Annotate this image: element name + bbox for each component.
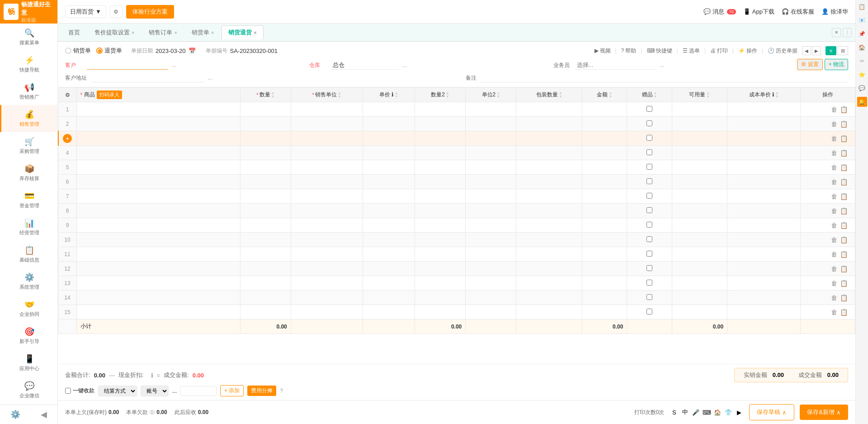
th-settings[interactable]: ⚙ bbox=[58, 88, 76, 102]
close-all-tabs-btn[interactable]: ✕ bbox=[832, 28, 841, 37]
tab-sales-delivery-close[interactable]: × bbox=[211, 30, 214, 35]
amount-input[interactable] bbox=[180, 386, 217, 396]
amount-cell[interactable] bbox=[582, 102, 627, 117]
sidebar-item-finance[interactable]: 💳 资金管理 bbox=[0, 186, 57, 214]
copy-row-btn[interactable]: 📋 bbox=[840, 222, 848, 229]
user-profile-btn[interactable]: 👤 徐泽华 bbox=[821, 8, 848, 16]
scan-badge-btn[interactable]: 扫码录入 bbox=[97, 91, 122, 99]
salesperson-input[interactable] bbox=[575, 61, 656, 70]
copy-row-btn[interactable]: 📋 bbox=[840, 164, 848, 171]
save-draft-btn[interactable]: 保存草稿 ∧ bbox=[749, 404, 794, 420]
package-qty-cell[interactable] bbox=[516, 102, 582, 117]
address-input[interactable] bbox=[91, 73, 204, 82]
unit2-cell[interactable] bbox=[466, 102, 516, 117]
available-cell[interactable] bbox=[672, 102, 727, 117]
account-select[interactable]: 账号 bbox=[141, 386, 169, 396]
tab-price-settings[interactable]: 售价提取设置 × bbox=[88, 25, 141, 39]
delete-row-btn[interactable]: 🗑 bbox=[831, 236, 837, 243]
copy-row-btn[interactable]: 📋 bbox=[840, 236, 848, 243]
sidebar-item-search[interactable]: 🔍 搜索菜单 bbox=[0, 24, 57, 51]
delete-row-btn[interactable]: 🗑 bbox=[831, 178, 837, 186]
copy-row-btn[interactable]: 📋 bbox=[840, 135, 848, 142]
right-panel-scissors-btn[interactable]: ✂ bbox=[857, 56, 867, 66]
tab-price-settings-close[interactable]: × bbox=[132, 30, 134, 35]
tab-home[interactable]: 首页 bbox=[61, 25, 87, 39]
sidebar-item-enterprise[interactable]: 🤝 企业协同 bbox=[0, 295, 57, 322]
warehouse-dots-btn[interactable]: ... bbox=[402, 62, 407, 68]
tool2-icon[interactable]: 🎤 bbox=[691, 408, 700, 417]
copy-row-btn[interactable]: 📋 bbox=[840, 265, 848, 272]
tab-sales-order[interactable]: 销售订单 × bbox=[142, 25, 184, 39]
sidebar-item-wechat[interactable]: 💬 企业微信 bbox=[0, 376, 57, 404]
delete-row-btn[interactable]: 🗑 bbox=[831, 207, 837, 214]
add-fee-btn[interactable]: + 添加 bbox=[220, 385, 244, 396]
tab-sales-return-close[interactable]: × bbox=[254, 30, 256, 35]
one-click-payment-checkbox[interactable] bbox=[65, 388, 71, 394]
message-btn[interactable]: 💬 消息 70 bbox=[703, 8, 736, 16]
add-row-btn[interactable]: + bbox=[63, 134, 72, 143]
calc-method-select[interactable]: 结算方式 bbox=[98, 386, 137, 396]
history-next-btn[interactable]: ▶ bbox=[812, 46, 821, 55]
sidebar-collapse-btn[interactable]: ◀ bbox=[41, 410, 47, 419]
qty2-cell[interactable] bbox=[415, 102, 466, 117]
copy-row-btn[interactable]: 📋 bbox=[840, 207, 848, 214]
add-logistics-btn[interactable]: + 物流 bbox=[825, 59, 848, 70]
right-panel-home-btn[interactable]: 🏠 bbox=[857, 43, 867, 52]
copy-row-btn[interactable]: 📋 bbox=[840, 280, 848, 287]
copy-row-btn[interactable]: 📋 bbox=[840, 294, 848, 301]
quantity-cell[interactable] bbox=[240, 102, 291, 117]
delete-row-btn[interactable]: 🗑 bbox=[831, 294, 837, 301]
gift-cell[interactable] bbox=[627, 102, 672, 117]
product-input-row3[interactable] bbox=[80, 135, 236, 142]
discount-help-btn[interactable]: ℹ bbox=[151, 372, 153, 379]
toolbar-help-btn[interactable]: ? 帮助 bbox=[621, 47, 637, 55]
cost-price-cell[interactable] bbox=[727, 102, 801, 117]
delete-row-btn[interactable]: 🗑 bbox=[831, 193, 837, 200]
tool4-icon[interactable]: 🏠 bbox=[713, 408, 722, 417]
settings-field-btn[interactable]: ⚙ 设置 bbox=[797, 59, 822, 70]
radio-return-order[interactable]: 退货单 bbox=[96, 47, 122, 55]
sidebar-item-system[interactable]: ⚙️ 系统管理 bbox=[0, 268, 57, 295]
tab-sales-return[interactable]: 销货退货 × bbox=[222, 25, 263, 39]
sidebar-item-basic[interactable]: 📋 基础信息 bbox=[0, 241, 57, 268]
toolbar-shortcuts-btn[interactable]: ⌨ 快捷键 bbox=[647, 47, 672, 55]
fee-help-btn[interactable]: ? bbox=[280, 388, 283, 394]
copy-row-btn[interactable]: 📋 bbox=[840, 309, 848, 316]
sidebar-item-shortcuts[interactable]: ⚡ 快捷导航 bbox=[0, 51, 57, 78]
product-cell[interactable] bbox=[76, 102, 240, 117]
toolbar-video-btn[interactable]: ▶ 视频 bbox=[594, 47, 611, 55]
sales-unit-cell[interactable] bbox=[291, 102, 363, 117]
right-panel-chat-btn[interactable]: 💬 bbox=[857, 83, 867, 93]
right-panel-star-btn[interactable]: ⭐ bbox=[857, 70, 867, 80]
copy-row-btn[interactable]: 📋 bbox=[840, 149, 848, 157]
tool6-icon[interactable]: ▶ bbox=[735, 408, 744, 417]
tool5-icon[interactable]: 👕 bbox=[724, 408, 733, 417]
header-settings-btn[interactable]: ⚙ bbox=[110, 5, 123, 18]
sidebar-item-appcenter[interactable]: 📱 应用中心 bbox=[0, 349, 57, 376]
address-dots-btn[interactable]: ... bbox=[208, 75, 212, 81]
customer-dots-btn[interactable]: ... bbox=[172, 62, 176, 68]
breadcrumb-dropdown[interactable]: 日用百货 ▼ bbox=[65, 5, 106, 18]
sidebar-item-marketing[interactable]: 📢 营销推广 bbox=[0, 78, 57, 105]
tool3-icon[interactable]: ⌨ bbox=[702, 408, 711, 417]
delete-row-btn[interactable]: 🗑 bbox=[831, 309, 837, 316]
copy-row-btn[interactable]: 📋 bbox=[840, 193, 848, 200]
delete-row-btn[interactable]: 🗑 bbox=[831, 149, 837, 157]
save-new-btn[interactable]: 保存&新增 ∧ bbox=[800, 405, 848, 420]
online-service-btn[interactable]: 🎧 在线客服 bbox=[782, 8, 814, 16]
right-panel-clipboard-btn[interactable]: 📋 bbox=[857, 2, 867, 12]
sougou-icon[interactable]: S bbox=[670, 408, 679, 417]
delete-row-btn[interactable]: 🗑 bbox=[831, 106, 837, 113]
right-panel-notify-btn[interactable]: 🔔 bbox=[857, 97, 867, 107]
app-download-btn[interactable]: 📱 App下载 bbox=[743, 8, 774, 16]
toolbar-print-btn[interactable]: 🖨 打印 bbox=[710, 47, 728, 55]
warehouse-input[interactable] bbox=[331, 61, 399, 70]
delete-row-btn[interactable]: 🗑 bbox=[831, 135, 837, 142]
sidebar-item-purchase[interactable]: 🛒 采购管理 bbox=[0, 132, 57, 159]
right-panel-pin-btn[interactable]: 📌 bbox=[857, 29, 867, 39]
history-prev-btn[interactable]: ◀ bbox=[802, 46, 811, 55]
experience-btn[interactable]: 体验行业方案 bbox=[126, 5, 174, 19]
delete-row-btn[interactable]: 🗑 bbox=[831, 251, 837, 258]
delete-row-btn[interactable]: 🗑 bbox=[831, 164, 837, 171]
sidebar-item-guide[interactable]: 🎯 新手引导 bbox=[0, 322, 57, 349]
